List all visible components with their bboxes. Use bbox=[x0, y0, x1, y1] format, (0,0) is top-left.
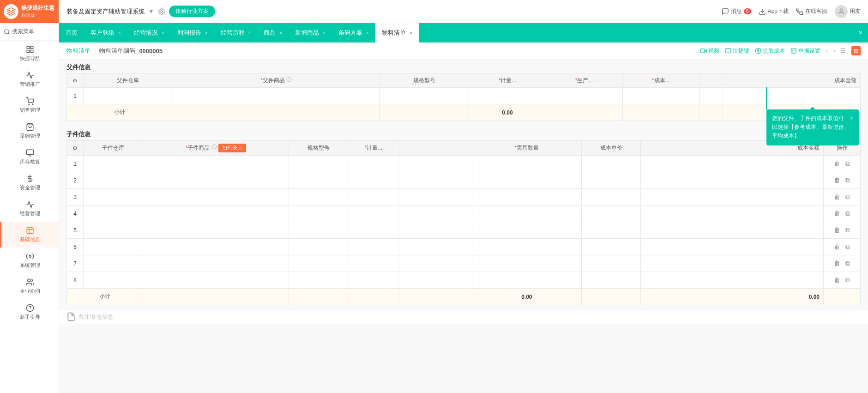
app-download-action[interactable]: App下载 bbox=[759, 7, 789, 15]
child-qty-cell-5[interactable] bbox=[472, 222, 581, 239]
delete-row-button-4[interactable]: 🗑 bbox=[832, 209, 842, 218]
tab-close-icon[interactable]: × bbox=[410, 30, 412, 36]
delete-row-button-8[interactable]: 🗑 bbox=[832, 275, 842, 284]
child-spec-cell-2[interactable] bbox=[289, 172, 348, 189]
tab-bom[interactable]: 物料清单 × bbox=[375, 23, 419, 42]
sidebar-item-enterprise[interactable]: 企业协同 bbox=[0, 273, 59, 299]
tab-barcode[interactable]: 条码方案 × bbox=[332, 23, 375, 42]
child-warehouse-cell-8[interactable] bbox=[84, 272, 143, 289]
parent-product-cell[interactable] bbox=[173, 88, 380, 104]
copy-row-button-2[interactable]: ⧉ bbox=[844, 175, 852, 185]
child-unit-cell-7[interactable] bbox=[348, 255, 399, 272]
child-spec-cell-7[interactable] bbox=[289, 255, 348, 272]
parent-cost-cell[interactable] bbox=[622, 88, 699, 104]
child-product-cell-3[interactable] bbox=[143, 189, 289, 206]
child-qty-cell-3[interactable] bbox=[472, 189, 581, 206]
parent-produce-cell[interactable] bbox=[546, 88, 622, 104]
parent-unit-cell[interactable] bbox=[469, 88, 546, 104]
tooltip-close-button[interactable]: × bbox=[850, 114, 853, 123]
online-service-action[interactable]: 在线客服 bbox=[796, 7, 827, 15]
child-qty-cell-6[interactable] bbox=[472, 239, 581, 255]
copy-row-button-4[interactable]: ⧉ bbox=[844, 209, 852, 218]
sidebar-item-marketing[interactable]: 营销推广 bbox=[0, 67, 59, 92]
tab-close-icon[interactable]: × bbox=[366, 30, 369, 36]
tab-close-icon[interactable]: × bbox=[118, 30, 121, 36]
copy-row-button-1[interactable]: ⧉ bbox=[844, 159, 852, 169]
tab-close-icon[interactable]: × bbox=[323, 30, 326, 36]
child-unit-cost-cell-2[interactable] bbox=[581, 172, 641, 189]
child-warehouse-cell-3[interactable] bbox=[84, 189, 143, 206]
copy-row-button-8[interactable]: ⧉ bbox=[844, 275, 852, 285]
settings-icon[interactable] bbox=[158, 8, 165, 15]
sidebar-item-guide[interactable]: 新手引导 bbox=[0, 299, 59, 325]
child-spec-cell-8[interactable] bbox=[289, 272, 348, 289]
child-unit-cell-8[interactable] bbox=[348, 272, 399, 289]
copy-row-button-6[interactable]: ⧉ bbox=[844, 242, 852, 252]
delete-row-button-2[interactable]: 🗑 bbox=[832, 175, 842, 185]
child-qty-cell-8[interactable] bbox=[472, 272, 581, 289]
child-spec-cell-1[interactable] bbox=[289, 156, 348, 172]
parent-col-settings[interactable]: ⚙ bbox=[67, 74, 84, 88]
child-unit-cost-cell-4[interactable] bbox=[581, 206, 641, 222]
child-unit-cost-cell-7[interactable] bbox=[581, 255, 641, 272]
child-qty-cell-7[interactable] bbox=[472, 255, 581, 272]
child-product-cell-4[interactable] bbox=[143, 206, 289, 222]
child-unit-cost-cell-3[interactable] bbox=[581, 189, 641, 206]
child-warehouse-cell-5[interactable] bbox=[84, 222, 143, 239]
sidebar-item-sales[interactable]: 销售管理 bbox=[0, 92, 59, 118]
delete-row-button-6[interactable]: 🗑 bbox=[832, 242, 842, 251]
sidebar-item-basic[interactable]: 基础信息 bbox=[0, 222, 59, 248]
delete-row-button-1[interactable]: 🗑 bbox=[832, 159, 842, 168]
child-unit-cell-5[interactable] bbox=[348, 222, 399, 239]
child-spec-cell-6[interactable] bbox=[289, 239, 348, 255]
nav-next-icon[interactable]: › bbox=[833, 48, 835, 54]
list-view-icon[interactable]: ☰ bbox=[841, 48, 846, 54]
child-unit-cell-6[interactable] bbox=[348, 239, 399, 255]
scan-button[interactable]: 扫码录入 bbox=[218, 144, 246, 152]
shortcut-button[interactable]: 快捷键 bbox=[725, 47, 749, 55]
sidebar-item-quicknav[interactable]: 快捷导航 bbox=[0, 41, 59, 67]
tab-profit[interactable]: 利润报告 × bbox=[171, 23, 214, 42]
child-unit-cell-2[interactable] bbox=[348, 172, 399, 189]
child-unit-cost-cell-1[interactable] bbox=[581, 156, 641, 172]
sidebar-item-finance[interactable]: 资金管理 bbox=[0, 170, 59, 196]
sidebar-item-operation[interactable]: 经营管理 bbox=[0, 196, 59, 222]
copy-row-button-3[interactable]: ⧉ bbox=[844, 192, 852, 202]
child-product-cell-1[interactable] bbox=[143, 156, 289, 172]
child-unit-cost-cell-5[interactable] bbox=[581, 222, 641, 239]
tab-goods[interactable]: 商品 × bbox=[257, 23, 289, 42]
delete-row-button-7[interactable]: 🗑 bbox=[832, 259, 842, 268]
child-spec-cell-3[interactable] bbox=[289, 189, 348, 206]
nav-tabs-close-button[interactable]: × bbox=[853, 29, 868, 36]
child-unit-cell-4[interactable] bbox=[348, 206, 399, 222]
child-spec-cell-5[interactable] bbox=[289, 222, 348, 239]
child-warehouse-cell-1[interactable] bbox=[84, 156, 143, 172]
parent-warehouse-cell[interactable] bbox=[84, 88, 173, 104]
child-unit-cell-3[interactable] bbox=[348, 189, 399, 206]
tab-history[interactable]: 经营历程 × bbox=[214, 23, 258, 42]
sidebar-item-inventory[interactable]: 库存核算 bbox=[0, 144, 59, 170]
tab-close-icon[interactable]: × bbox=[205, 30, 208, 36]
child-warehouse-cell-4[interactable] bbox=[84, 206, 143, 222]
message-action[interactable]: 消息 6 bbox=[722, 7, 751, 15]
video-button[interactable]: 视频 bbox=[700, 47, 719, 55]
child-warehouse-cell-2[interactable] bbox=[84, 172, 143, 189]
child-warehouse-cell-6[interactable] bbox=[84, 239, 143, 255]
child-unit-cell-1[interactable] bbox=[348, 156, 399, 172]
tab-close-icon[interactable]: × bbox=[162, 30, 164, 36]
child-product-cell-7[interactable] bbox=[143, 255, 289, 272]
dropdown-arrow-icon[interactable]: ▼ bbox=[148, 8, 154, 15]
sidebar-item-system[interactable]: 系统管理 bbox=[0, 248, 59, 273]
nav-prev-icon[interactable]: ‹ bbox=[826, 48, 828, 54]
copy-row-button-7[interactable]: ⧉ bbox=[844, 259, 852, 268]
delete-row-button-5[interactable]: 🗑 bbox=[832, 225, 842, 235]
grid-view-icon[interactable]: ⊞ bbox=[851, 46, 861, 55]
tab-close-icon[interactable]: × bbox=[279, 30, 282, 36]
child-col-settings[interactable]: ⚙ bbox=[67, 141, 84, 156]
child-product-cell-5[interactable] bbox=[143, 222, 289, 239]
child-spec-cell-4[interactable] bbox=[289, 206, 348, 222]
parent-spec-cell[interactable] bbox=[380, 88, 469, 104]
delete-row-button-3[interactable]: 🗑 bbox=[832, 192, 842, 201]
child-qty-cell-2[interactable] bbox=[472, 172, 581, 189]
settings-button[interactable]: 单据设置 bbox=[790, 47, 820, 55]
